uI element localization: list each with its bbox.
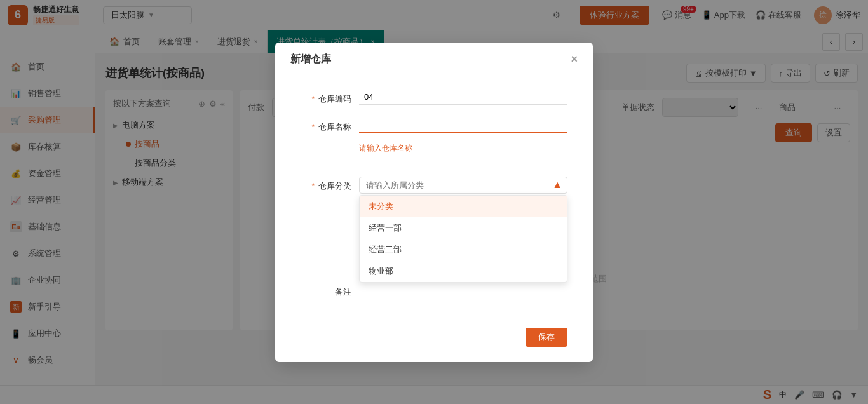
form-row-category: * 仓库分类 ▲ 未分类 经营一部 经营二部 物业部 — [301, 177, 567, 194]
name-label: * 仓库名称 — [301, 118, 351, 133]
category-dropdown: 未分类 经营一部 经营二部 物业部 — [359, 195, 567, 283]
category-select-wrapper: ▲ 未分类 经营一部 经营二部 物业部 — [359, 177, 567, 194]
modal-footer: 保存 — [275, 320, 593, 347]
form-row-note: 备注 — [301, 283, 567, 307]
modal-header: 新增仓库 × — [275, 43, 593, 74]
dropdown-item-dept1[interactable]: 经营一部 — [360, 217, 567, 239]
modal-body: * 仓库编码 * 仓库名称 请输入仓库名称 * — [275, 74, 593, 307]
save-button[interactable]: 保存 — [526, 328, 567, 347]
name-error-msg: 请输入仓库名称 — [359, 143, 412, 154]
modal-overlay[interactable]: 新增仓库 × * 仓库编码 * 仓库名称 — [0, 0, 868, 404]
code-input[interactable] — [359, 90, 567, 105]
form-row-name: * 仓库名称 请输入仓库名称 — [301, 118, 567, 164]
note-label: 备注 — [301, 283, 351, 298]
modal-title: 新增仓库 — [290, 53, 331, 66]
modal-close-button[interactable]: × — [571, 53, 578, 66]
dropdown-item-none[interactable]: 未分类 — [360, 196, 567, 217]
category-arrow-icon[interactable]: ▲ — [552, 179, 562, 191]
category-label: * 仓库分类 — [301, 177, 351, 192]
note-input[interactable] — [359, 283, 567, 307]
code-label: * 仓库编码 — [301, 90, 351, 105]
dropdown-item-property[interactable]: 物业部 — [360, 260, 567, 282]
category-input[interactable] — [359, 177, 567, 194]
name-input[interactable] — [359, 118, 567, 133]
add-warehouse-modal: 新增仓库 × * 仓库编码 * 仓库名称 — [275, 43, 593, 362]
form-row-code: * 仓库编码 — [301, 90, 567, 105]
dropdown-item-dept2[interactable]: 经营二部 — [360, 239, 567, 260]
